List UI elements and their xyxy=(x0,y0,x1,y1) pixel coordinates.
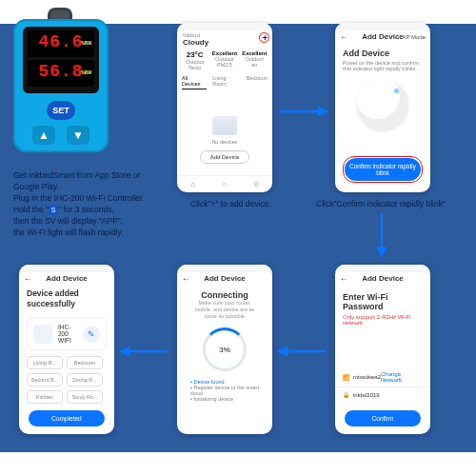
room-chip[interactable]: Second B... xyxy=(27,373,63,387)
back-icon[interactable]: ← xyxy=(340,32,348,42)
add-device-button[interactable]: Add Device xyxy=(200,150,250,164)
phone-home: Inkbird Cloudy + 23°COutdoor Temp Excell… xyxy=(177,23,272,192)
step1-instructions: Get InkbirdSmart from App Store or Googl… xyxy=(13,169,166,238)
back-icon[interactable]: ← xyxy=(24,274,32,284)
header-title: Add Device xyxy=(19,272,114,283)
tab-living[interactable]: Living Room xyxy=(212,75,240,89)
nav-me-icon[interactable]: ☺ xyxy=(241,176,272,192)
svg-marker-7 xyxy=(120,347,129,356)
svg-marker-1 xyxy=(318,107,327,116)
success-heading: Device added successfully xyxy=(19,283,114,311)
progress-ring: 3% xyxy=(203,327,247,371)
bottom-nav[interactable]: ⌂ ○ ☺ xyxy=(177,175,272,192)
up-button[interactable]: ▲ xyxy=(32,126,55,145)
arrow-left-1 xyxy=(278,345,327,358)
wifi-password-row[interactable]: 🔒inkbd2019 xyxy=(335,387,430,402)
info-cards: 23°COutdoor Temp ExcellentOutdoor PM2.5 … xyxy=(177,49,272,72)
box-icon xyxy=(212,116,237,135)
nav-home-icon[interactable]: ⌂ xyxy=(177,176,208,192)
arrow-down xyxy=(375,211,388,257)
confirm-blink-button[interactable]: Confirm indicator rapidly blink xyxy=(345,158,421,181)
phone-success: ← Add Device Device added successfully I… xyxy=(19,265,114,434)
wifi-password: inkbd2019 xyxy=(353,392,380,398)
step3-instruction: Click"Confirm indicator rapidly blink" xyxy=(316,198,446,209)
weather-title: Cloudy xyxy=(183,38,267,47)
room-tabs[interactable]: All Devices Living Room Bedroom xyxy=(177,72,272,89)
device-screen: 46.6 %RH 56.8 %RH xyxy=(23,27,99,93)
wifi-confirm-button[interactable]: Confirm xyxy=(345,410,421,426)
controller-device: 46.6 %RH 56.8 %RH SET ▲ ▼ xyxy=(13,8,109,155)
confirm-highlight: Confirm indicator rapidly blink xyxy=(343,156,423,183)
device-image xyxy=(357,79,408,130)
add-heading: Add Device xyxy=(343,49,423,58)
progress-percent: 3% xyxy=(206,330,244,368)
room-chip[interactable]: Study Ro... xyxy=(67,390,103,404)
reading-bottom-value: 56.8 xyxy=(38,62,83,81)
header-title: Add Device xyxy=(335,272,430,283)
device-card: IHC-200 WIFI ✎ xyxy=(27,317,107,350)
header-title: Add Device xyxy=(177,272,272,283)
empty-label: No devices xyxy=(177,139,272,145)
lock-icon: 🔒 xyxy=(343,391,349,398)
step1-line4: then the SV will display "APP", xyxy=(13,215,166,227)
device-body: 46.6 %RH 56.8 %RH SET ▲ ▼ xyxy=(13,19,109,152)
nav-smart-icon[interactable]: ○ xyxy=(208,176,240,192)
status-bar xyxy=(177,23,272,30)
back-icon[interactable]: ← xyxy=(340,274,348,284)
arrow-left-2 xyxy=(120,345,169,358)
change-network-link[interactable]: Change Network xyxy=(381,371,423,383)
step1-line2: Plug in the IHC-200 Wi-Fi Controller. xyxy=(13,192,166,204)
connecting-heading: Connecting xyxy=(185,290,265,300)
wifi-heading: Enter Wi-Fi Password xyxy=(343,292,423,311)
room-chip[interactable]: Dining R... xyxy=(67,373,103,387)
connecting-sub: Make sure your router, mobile, and devic… xyxy=(185,300,265,320)
status-bar xyxy=(335,265,430,272)
tab-bedroom[interactable]: Bedroom xyxy=(247,75,268,89)
completed-button[interactable]: Completed xyxy=(29,410,105,426)
step1-line3: Hold the "S" for 3 seconds, xyxy=(13,204,166,215)
device-thumb-icon xyxy=(33,325,52,344)
device-name: IHC-200 WIFI xyxy=(58,324,77,344)
add-icon-highlight xyxy=(259,32,269,43)
svg-marker-3 xyxy=(377,248,387,257)
reading-top-unit: %RH xyxy=(81,32,91,55)
status-bar xyxy=(19,265,114,272)
room-chip[interactable]: Kitchen xyxy=(27,390,63,404)
set-button[interactable]: SET xyxy=(47,101,75,120)
reading-bottom-unit: %RH xyxy=(81,62,91,85)
home-header: Inkbird Cloudy xyxy=(177,30,272,49)
empty-state: No devices Add Device xyxy=(177,89,272,164)
wifi-warning: Only support 2.4GHz Wi-Fi network xyxy=(343,311,423,326)
wifi-ssid: mixedsea2 xyxy=(353,374,381,380)
wifi-ssid-row[interactable]: 📶mixedsea2 Change Network xyxy=(335,367,430,387)
step1-line5: the Wi-Fi light will flash rapidly. xyxy=(13,227,166,238)
room-chip[interactable]: Bedroom xyxy=(67,356,103,369)
phone-wifi: ← Add Device Enter Wi-Fi Password Only s… xyxy=(335,265,430,434)
wifi-icon: 📶 xyxy=(343,374,349,381)
set-icon-inline: S xyxy=(49,206,58,215)
step1-line1: Get InkbirdSmart from App Store or Googl… xyxy=(13,169,166,192)
arrow-right-1 xyxy=(278,105,327,118)
step2-instruction: Click"+" to add device. xyxy=(190,198,271,209)
room-grid: Living R... Bedroom Second B... Dining R… xyxy=(19,356,114,404)
reading-top-value: 46.6 xyxy=(38,32,83,51)
down-button[interactable]: ▼ xyxy=(67,126,89,145)
status-bar xyxy=(177,265,272,272)
tab-all[interactable]: All Devices xyxy=(182,75,207,89)
connect-steps: • Device found • Register device to the … xyxy=(177,375,272,406)
room-chip[interactable]: Living R... xyxy=(27,356,63,369)
back-icon[interactable]: ← xyxy=(182,274,190,284)
reading-bottom: 56.8 %RH xyxy=(28,60,94,87)
svg-marker-5 xyxy=(278,347,288,356)
phone-add-device: ← Add Device AP Mode Add Device Power on… xyxy=(335,23,430,192)
status-bar xyxy=(335,23,430,30)
add-sub: Power on the device and confirm that ind… xyxy=(343,58,423,71)
phone-connecting: ← Add Device Connecting Make sure your r… xyxy=(177,265,272,434)
ap-mode-link[interactable]: AP Mode xyxy=(402,34,426,40)
reading-top: 46.6 %RH xyxy=(28,30,94,57)
edit-icon[interactable]: ✎ xyxy=(83,326,100,343)
